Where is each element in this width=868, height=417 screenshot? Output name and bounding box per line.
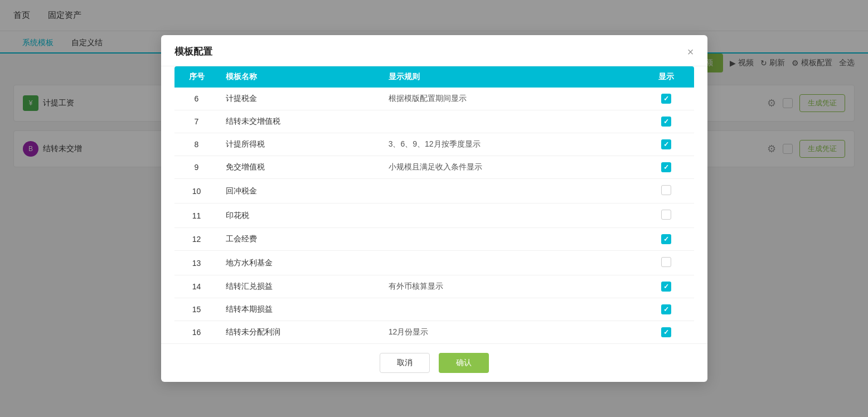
cell-name-10: 结转未分配利润 (219, 321, 382, 344)
checkbox-row-9[interactable] (661, 304, 671, 314)
cell-name-0: 计提税金 (219, 88, 382, 110)
modal-close-button[interactable]: × (687, 46, 694, 57)
cell-id-10: 16 (174, 321, 219, 344)
modal-title: 模板配置 (174, 45, 212, 58)
cell-id-0: 6 (174, 88, 219, 110)
table-row: 15结转本期损益 (174, 298, 694, 321)
col-header-rule: 显示规则 (382, 66, 638, 88)
modal-template-config: 模板配置 × 序号 模板名称 显示规则 显示 6计提税金根据模版配置期间显示7结… (161, 35, 707, 382)
cell-name-1: 结转未交增值税 (219, 110, 382, 133)
cell-rule-6 (382, 228, 638, 251)
cell-name-8: 结转汇兑损益 (219, 275, 382, 298)
cell-display-7 (638, 251, 694, 275)
cell-id-4: 10 (174, 179, 219, 203)
confirm-button[interactable]: 确认 (439, 353, 489, 373)
table-row: 16结转未分配利润12月份显示 (174, 321, 694, 344)
cell-rule-10: 12月份显示 (382, 321, 638, 344)
cell-name-5: 印花税 (219, 203, 382, 228)
cell-id-1: 7 (174, 110, 219, 133)
checkbox-row-3[interactable] (661, 162, 671, 172)
cell-rule-8: 有外币核算显示 (382, 275, 638, 298)
col-header-name: 模板名称 (219, 66, 382, 88)
table-row: 11印花税 (174, 203, 694, 228)
cell-name-9: 结转本期损益 (219, 298, 382, 321)
table-row: 14结转汇兑损益有外币核算显示 (174, 275, 694, 298)
checkbox-row-8[interactable] (661, 282, 671, 292)
cell-id-5: 11 (174, 203, 219, 228)
cell-rule-0: 根据模版配置期间显示 (382, 88, 638, 110)
table-row: 7结转未交增值税 (174, 110, 694, 133)
checkbox-row-4[interactable] (661, 185, 671, 195)
modal-footer: 取消 确认 (161, 343, 707, 382)
cell-rule-1 (382, 110, 638, 133)
table-row: 12工会经费 (174, 228, 694, 251)
cell-id-8: 14 (174, 275, 219, 298)
cell-rule-7 (382, 251, 638, 275)
cell-display-10 (638, 321, 694, 344)
table-row: 6计提税金根据模版配置期间显示 (174, 88, 694, 110)
table-header-row: 序号 模板名称 显示规则 显示 (174, 66, 694, 88)
checkbox-row-10[interactable] (661, 327, 671, 337)
cell-id-6: 12 (174, 228, 219, 251)
cell-id-9: 15 (174, 298, 219, 321)
col-header-display: 显示 (638, 66, 694, 88)
checkbox-row-7[interactable] (661, 257, 671, 267)
cell-display-0 (638, 88, 694, 110)
cell-rule-5 (382, 203, 638, 228)
checkbox-row-5[interactable] (661, 210, 671, 220)
cell-display-6 (638, 228, 694, 251)
cell-id-7: 13 (174, 251, 219, 275)
checkbox-row-2[interactable] (661, 139, 671, 149)
cell-rule-2: 3、6、9、12月按季度显示 (382, 133, 638, 156)
cell-name-6: 工会经费 (219, 228, 382, 251)
cancel-button[interactable]: 取消 (380, 353, 430, 373)
table-row: 13地方水利基金 (174, 251, 694, 275)
checkbox-row-0[interactable] (661, 94, 671, 104)
config-table: 序号 模板名称 显示规则 显示 6计提税金根据模版配置期间显示7结转未交增值税8… (174, 66, 694, 343)
cell-rule-4 (382, 179, 638, 203)
checkbox-row-6[interactable] (661, 234, 671, 244)
cell-name-7: 地方水利基金 (219, 251, 382, 275)
cell-id-3: 9 (174, 156, 219, 179)
cell-name-2: 计提所得税 (219, 133, 382, 156)
modal-header: 模板配置 × (161, 35, 707, 66)
cell-display-8 (638, 275, 694, 298)
cell-id-2: 8 (174, 133, 219, 156)
col-header-id: 序号 (174, 66, 219, 88)
cell-name-3: 免交增值税 (219, 156, 382, 179)
modal-overlay: 模板配置 × 序号 模板名称 显示规则 显示 6计提税金根据模版配置期间显示7结… (0, 0, 868, 417)
table-row: 9免交增值税小规模且满足收入条件显示 (174, 156, 694, 179)
cell-display-1 (638, 110, 694, 133)
table-row: 8计提所得税3、6、9、12月按季度显示 (174, 133, 694, 156)
cell-display-5 (638, 203, 694, 228)
cell-display-2 (638, 133, 694, 156)
cell-display-3 (638, 156, 694, 179)
table-row: 10回冲税金 (174, 179, 694, 203)
cell-display-4 (638, 179, 694, 203)
modal-table-container: 序号 模板名称 显示规则 显示 6计提税金根据模版配置期间显示7结转未交增值税8… (161, 66, 707, 343)
cell-rule-9 (382, 298, 638, 321)
checkbox-row-1[interactable] (661, 117, 671, 127)
cell-rule-3: 小规模且满足收入条件显示 (382, 156, 638, 179)
cell-name-4: 回冲税金 (219, 179, 382, 203)
cell-display-9 (638, 298, 694, 321)
